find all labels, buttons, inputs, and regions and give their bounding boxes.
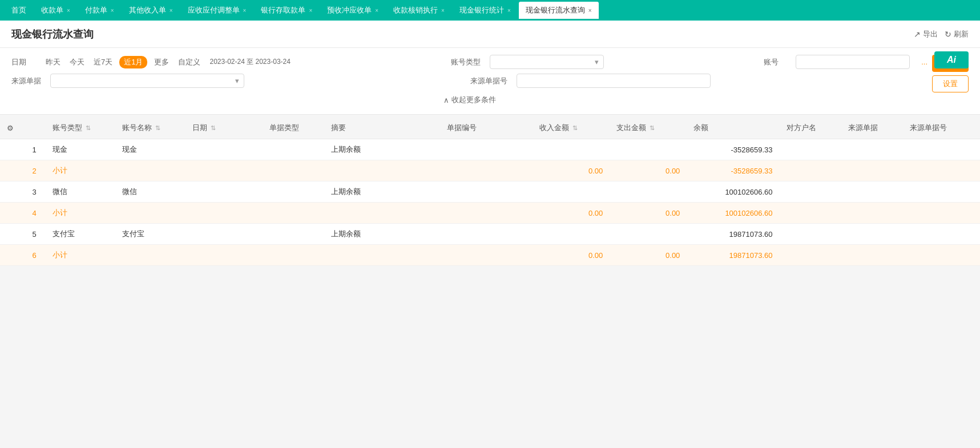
close-tab-0-icon[interactable]: × [67, 7, 70, 14]
top-nav: 首页 收款单 × 付款单 × 其他收入单 × 应收应付调整单 × 银行存取款单 … [0, 0, 980, 21]
th-settings-icon[interactable]: ⚙ [0, 117, 23, 139]
th-account-name[interactable]: 账号名称 ⇅ [115, 117, 185, 139]
td-counterparty [780, 181, 841, 203]
settings-button[interactable]: 设置 [932, 75, 969, 92]
td-doc-no [440, 203, 533, 224]
close-tab-8-icon[interactable]: × [588, 7, 592, 14]
table-row: 6小计0.000.0019871073.60 [0, 245, 980, 266]
date-today[interactable]: 今天 [67, 56, 87, 68]
source-doc-label: 来源单据 [11, 76, 41, 86]
table-row: 4小计0.000.00100102606.60 [0, 203, 980, 224]
ai-badge[interactable]: Ai [934, 51, 969, 68]
refresh-icon: ↻ [945, 30, 951, 39]
td-summary [324, 245, 440, 266]
close-tab-1-icon[interactable]: × [111, 7, 114, 14]
th-income[interactable]: 收入金额 ⇅ [533, 117, 610, 139]
td-income [533, 224, 610, 245]
account-type-select[interactable]: ▾ [490, 55, 604, 69]
close-tab-6-icon[interactable]: × [441, 7, 445, 14]
nav-home[interactable]: 首页 [5, 2, 33, 19]
td-account-type: 小计 [46, 203, 115, 224]
td-date [185, 203, 263, 224]
sort-date-icon: ⇅ [211, 124, 216, 132]
source-doc-no-input[interactable] [517, 74, 711, 88]
nav-tab-8[interactable]: 现金银行流水查询 × [519, 2, 599, 19]
td-account-name [115, 160, 185, 181]
th-source-no: 来源单据号 [903, 117, 980, 139]
table-area: ⚙ 账号类型 ⇅ 账号名称 ⇅ 日期 ⇅ 单据类型 摘要 [0, 117, 980, 266]
td-counterparty [780, 203, 841, 224]
date-range-display: 2023-02-24 至 2023-03-24 [209, 57, 290, 67]
td-summary [324, 160, 440, 181]
account-type-chevron-icon: ▾ [595, 58, 599, 66]
th-date[interactable]: 日期 ⇅ [185, 117, 263, 139]
td-balance: 19871073.60 [687, 245, 779, 266]
account-no-input[interactable] [796, 55, 910, 69]
td-balance: -3528659.33 [687, 139, 779, 160]
nav-tab-0[interactable]: 收款单 × [34, 2, 77, 19]
td-income [533, 139, 610, 160]
td-date [185, 181, 263, 203]
close-tab-2-icon[interactable]: × [170, 7, 173, 14]
th-expense[interactable]: 支出金额 ⇅ [610, 117, 687, 139]
td-expense [610, 181, 687, 203]
close-tab-5-icon[interactable]: × [375, 7, 378, 14]
th-counterparty: 对方户名 [780, 117, 841, 139]
date-7days[interactable]: 近7天 [91, 56, 115, 68]
data-table: ⚙ 账号类型 ⇅ 账号名称 ⇅ 日期 ⇅ 单据类型 摘要 [0, 117, 980, 266]
td-checkbox [0, 139, 23, 160]
td-expense: 0.00 [610, 160, 687, 181]
date-custom[interactable]: 自定义 [176, 56, 203, 68]
nav-tab-3[interactable]: 应收应付调整单 × [181, 2, 253, 19]
td-checkbox [0, 224, 23, 245]
close-tab-3-icon[interactable]: × [243, 7, 247, 14]
td-account-name: 支付宝 [115, 224, 185, 245]
nav-tab-2[interactable]: 其他收入单 × [122, 2, 180, 19]
td-source-doc [841, 203, 903, 224]
more-options-button[interactable]: ... [921, 58, 927, 66]
td-income: 0.00 [533, 160, 610, 181]
td-doc-no [440, 181, 533, 203]
td-row-num: 2 [23, 160, 46, 181]
date-label: 日期 [11, 57, 34, 67]
collapse-button[interactable]: ∧ 收起更多条件 [11, 92, 927, 107]
date-yesterday[interactable]: 昨天 [43, 56, 63, 68]
th-summary: 摘要 [324, 117, 440, 139]
source-doc-chevron-icon: ▾ [235, 76, 239, 85]
close-tab-4-icon[interactable]: × [309, 7, 312, 14]
export-icon: ↗ [914, 30, 921, 39]
source-doc-select[interactable]: ▾ [50, 74, 244, 88]
td-doc-type [263, 245, 324, 266]
export-button[interactable]: ↗ 导出 [914, 29, 938, 39]
filter-row-2: 来源单据 ▾ 来源单据号 [11, 74, 927, 88]
td-counterparty [780, 224, 841, 245]
td-balance: -3528659.33 [687, 160, 779, 181]
td-doc-no [440, 139, 533, 160]
td-account-type: 小计 [46, 160, 115, 181]
td-source-no [903, 203, 980, 224]
date-more[interactable]: 更多 [152, 56, 171, 68]
td-summary: 上期余额 [324, 224, 440, 245]
page-header: 现金银行流水查询 ↗ 导出 ↻ 刷新 [0, 21, 980, 48]
td-account-name: 微信 [115, 181, 185, 203]
date-shortcuts: 昨天 今天 近7天 近1月 更多 自定义 2023-02-24 至 2023-0… [43, 56, 291, 68]
th-balance: 余额 [687, 117, 779, 139]
nav-tab-4[interactable]: 银行存取款单 × [254, 2, 319, 19]
source-doc-no-label: 来源单据号 [470, 76, 507, 86]
td-source-no [903, 139, 980, 160]
td-doc-type [263, 224, 324, 245]
nav-tab-6[interactable]: 收款核销执行 × [386, 2, 451, 19]
td-source-doc [841, 160, 903, 181]
refresh-button[interactable]: ↻ 刷新 [945, 29, 969, 39]
date-1month[interactable]: 近1月 [119, 56, 147, 68]
td-expense: 0.00 [610, 203, 687, 224]
th-account-type[interactable]: 账号类型 ⇅ [46, 117, 115, 139]
nav-tab-7[interactable]: 现金银行统计 × [453, 2, 518, 19]
td-checkbox [0, 160, 23, 181]
td-doc-type [263, 181, 324, 203]
td-summary: 上期余额 [324, 181, 440, 203]
td-doc-type [263, 203, 324, 224]
nav-tab-1[interactable]: 付款单 × [78, 2, 121, 19]
nav-tab-5[interactable]: 预收冲应收单 × [320, 2, 385, 19]
close-tab-7-icon[interactable]: × [507, 7, 511, 14]
